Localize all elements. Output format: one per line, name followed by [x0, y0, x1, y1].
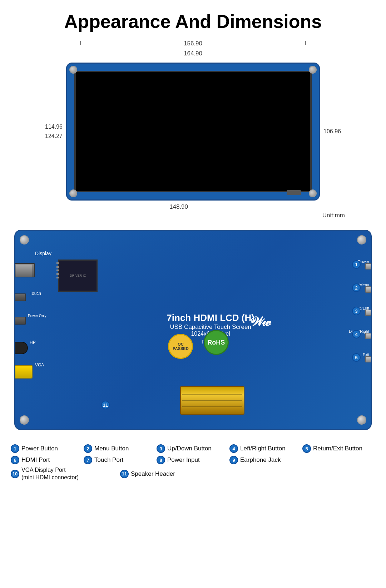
callout-3: 3: [352, 307, 361, 315]
board-row: 114.96 124.27 106.96: [38, 63, 348, 201]
legend-item-9: 9 Earphone Jack: [229, 456, 302, 464]
callout-1: 1: [352, 260, 361, 269]
pcb-screw-tl: [20, 235, 29, 244]
vga-label: VGA: [35, 362, 44, 367]
vga-port: [15, 365, 33, 379]
dim-bottom: 148.90: [38, 203, 348, 211]
legend-label-4: Left/Right Button: [240, 445, 286, 452]
pcb-label-sub: USB Capacitive Touch Screen: [167, 323, 254, 331]
legend-row-2: 6 HDMI Port 7 Touch Port 8 Power Input 9…: [11, 456, 375, 481]
legend-badge-2: 2: [84, 444, 92, 453]
legend-item-2: 2 Menu Button: [84, 444, 157, 453]
pcb-board: Display 6 Touch 7 Power Only 8 HP 9 VGA: [14, 230, 372, 430]
power-button[interactable]: [365, 263, 372, 270]
legend-label-2: Menu Button: [94, 445, 129, 452]
legend-item-10: 10 VGA Display Port(mini HDMI connector): [11, 466, 120, 481]
legend-item-8: 8 Power Input: [157, 456, 229, 464]
power-only-label: Power Only: [28, 314, 46, 318]
legend-label-11: Speaker Header: [131, 470, 175, 478]
legend-badge-8: 8: [157, 456, 165, 464]
screw-top-left: [69, 66, 77, 74]
qc-badge: QC PASSED: [168, 334, 193, 359]
power-input-port: [15, 317, 26, 325]
legend-section: 1 Power Button 2 Menu Button 3 Up/Down B…: [0, 437, 386, 491]
screw-bottom-left: [69, 189, 77, 197]
lcd-display-board: [66, 63, 320, 201]
dim-left2: 124.27: [45, 133, 63, 139]
dimension-drawing: 156.90 164.90 114.96 124.27: [38, 39, 348, 219]
brand-logo: 𝒲𝓌: [250, 314, 271, 329]
dim-left1: 114.96: [45, 124, 63, 130]
legend-item-4: 4 Left/Right Button: [229, 444, 302, 453]
callout-2: 2: [352, 283, 361, 292]
qc-line2: PASSED: [173, 346, 188, 351]
legend-item-3: 3 Up/Down Button: [157, 444, 229, 453]
exit-button[interactable]: [365, 356, 372, 362]
legend-label-10: VGA Display Port(mini HDMI connector): [21, 466, 79, 481]
legend-badge-10: 10: [11, 470, 19, 478]
legend-badge-5: 5: [302, 444, 311, 453]
legend-badge-3: 3: [157, 444, 165, 453]
qc-line1: QC: [178, 342, 184, 346]
unit-label: Unit:mm: [38, 212, 348, 219]
legend-badge-6: 6: [11, 456, 19, 464]
main-chip: DRIVER IC: [58, 260, 98, 292]
hp-label: HP: [30, 340, 36, 345]
dim-top1: 156.90: [66, 40, 320, 47]
callout-4: 4: [352, 330, 361, 339]
legend-label-6: HDMI Port: [21, 456, 50, 464]
legend-row-1: 1 Power Button 2 Menu Button 3 Up/Down B…: [11, 444, 375, 453]
page-title: Appearance And Dimensions: [0, 0, 386, 39]
hdmi-port: [15, 263, 35, 277]
pcb-screw-bl: [20, 415, 29, 425]
dim-top2: 164.90: [66, 50, 320, 57]
legend-label-9: Earphone Jack: [240, 456, 281, 464]
callout-5: 5: [352, 353, 361, 362]
dimensions-section: 156.90 164.90 114.96 124.27: [0, 39, 386, 230]
legend-label-7: Touch Port: [94, 456, 123, 464]
updown-button[interactable]: [365, 310, 372, 316]
callout-11: 11: [101, 401, 110, 409]
lcd-screen: [74, 71, 312, 192]
pcb-section: Display 6 Touch 7 Power Only 8 HP 9 VGA: [0, 230, 386, 437]
legend-badge-1: 1: [11, 444, 19, 453]
pcb-screw-br: [357, 415, 366, 425]
legend-item-5: 5 Return/Exit Button: [302, 444, 375, 453]
legend-item-1: 1 Power Button: [11, 444, 84, 453]
legend-item-11: 11 Speaker Header: [120, 466, 193, 481]
legend-badge-11: 11: [120, 470, 129, 478]
legend-badge-4: 4: [229, 444, 238, 453]
legend-label-8: Power Input: [167, 456, 200, 464]
legend-label-3: Up/Down Button: [167, 445, 212, 452]
display-label: Display: [35, 251, 51, 256]
pcb-screw-tr: [357, 235, 366, 244]
leftright-button[interactable]: [365, 333, 372, 339]
fpc-connector: [180, 386, 244, 415]
legend-label-1: Power Button: [21, 445, 58, 452]
touch-label: Touch: [30, 291, 41, 296]
screw-top-right: [309, 66, 317, 74]
rohs-badge: RoHS: [204, 330, 229, 355]
menu-button[interactable]: [365, 286, 372, 293]
legend-item-6: 6 HDMI Port: [11, 456, 84, 464]
pcb-label-main: 7inch HDMI LCD (H): [167, 312, 254, 323]
legend-label-5: Return/Exit Button: [313, 445, 362, 452]
legend-badge-7: 7: [84, 456, 92, 464]
screw-bottom-right: [309, 189, 317, 197]
lcd-connector: [287, 190, 301, 195]
touch-port: [15, 293, 26, 301]
earphone-port: [15, 342, 28, 354]
legend-badge-9: 9: [229, 456, 238, 464]
legend-item-7: 7 Touch Port: [84, 456, 157, 464]
dim-right1: 106.96: [323, 128, 341, 135]
rohs-text: RoHS: [207, 339, 225, 346]
